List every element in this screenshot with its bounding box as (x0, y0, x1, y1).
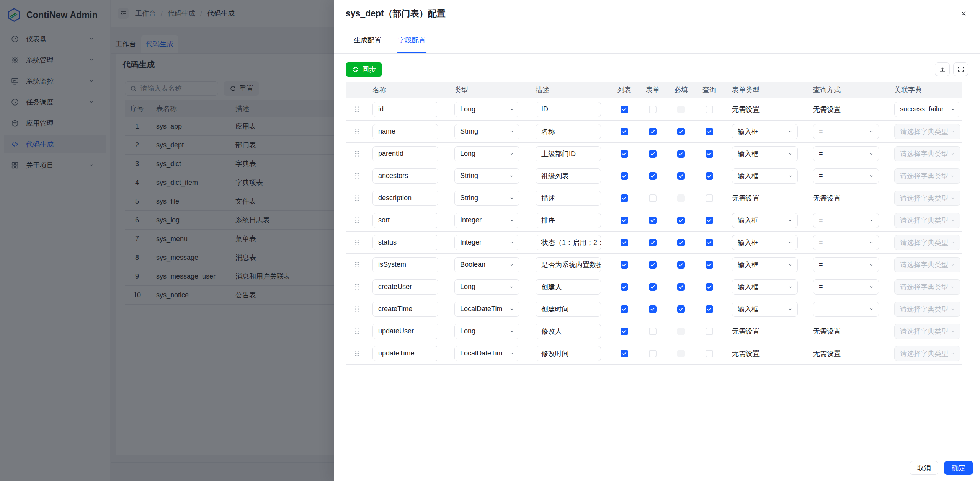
query-type-select[interactable]: = (813, 279, 879, 295)
form-type-select[interactable]: 输入框 (732, 124, 798, 139)
field-name-input[interactable]: updateUser (372, 324, 438, 339)
field-desc-input[interactable]: 祖级列表 (536, 168, 601, 184)
field-name-input[interactable]: parentId (372, 146, 438, 161)
checkbox-query[interactable] (706, 328, 713, 335)
field-name-input[interactable]: isSystem (372, 257, 438, 272)
field-desc-input[interactable]: 名称 (536, 124, 601, 139)
field-name-input[interactable]: sort (372, 213, 438, 228)
field-type-select[interactable]: String (454, 168, 519, 184)
field-name-input[interactable]: description (372, 191, 438, 206)
checkbox-form[interactable] (649, 239, 657, 246)
field-type-select[interactable]: LocalDateTim (454, 302, 519, 317)
field-name-input[interactable]: name (372, 124, 438, 139)
checkbox-list[interactable] (621, 283, 628, 291)
field-name-input[interactable]: updateTime (372, 346, 438, 361)
field-type-select[interactable]: Long (454, 324, 519, 339)
checkbox-form[interactable] (649, 305, 657, 313)
form-type-select[interactable]: 输入框 (732, 146, 798, 161)
field-type-select[interactable]: Boolean (454, 257, 519, 272)
drag-handle[interactable] (346, 283, 372, 290)
checkbox-form[interactable] (649, 261, 657, 269)
drag-handle[interactable] (346, 350, 372, 357)
checkbox-form[interactable] (649, 128, 657, 135)
field-type-select[interactable]: String (454, 191, 519, 206)
checkbox-list[interactable] (621, 217, 628, 224)
checkbox-list[interactable] (621, 239, 628, 246)
drag-handle[interactable] (346, 217, 372, 224)
checkbox-form[interactable] (649, 194, 657, 202)
field-desc-input[interactable]: 创建人 (536, 279, 601, 295)
drag-handle[interactable] (346, 150, 372, 157)
checkbox-list[interactable] (621, 350, 628, 357)
query-type-select[interactable]: = (813, 257, 879, 272)
field-desc-input[interactable]: 状态（1：启用；2： (536, 235, 601, 250)
drag-handle[interactable] (346, 128, 372, 135)
form-type-select[interactable]: 输入框 (732, 235, 798, 250)
cancel-button[interactable]: 取消 (910, 461, 938, 475)
checkbox-required[interactable] (677, 217, 685, 224)
field-name-input[interactable]: id (372, 102, 438, 117)
confirm-button[interactable]: 确定 (944, 461, 973, 475)
checkbox-required[interactable] (677, 239, 685, 246)
checkbox-required[interactable] (677, 283, 685, 291)
field-desc-input[interactable]: 上级部门ID (536, 146, 601, 161)
query-type-select[interactable]: = (813, 302, 879, 317)
field-desc-input[interactable]: ID (536, 102, 601, 117)
form-type-select[interactable]: 输入框 (732, 302, 798, 317)
drawer-mask[interactable] (0, 0, 334, 481)
drag-handle[interactable] (346, 106, 372, 113)
fullscreen-button[interactable] (953, 62, 968, 76)
field-type-select[interactable]: Integer (454, 213, 519, 228)
field-desc-input[interactable]: 排序 (536, 213, 601, 228)
field-type-select[interactable]: Long (454, 279, 519, 295)
field-desc-input[interactable]: 描述 (536, 191, 601, 206)
query-type-select[interactable]: = (813, 213, 879, 228)
drag-handle[interactable] (346, 239, 372, 246)
checkbox-form[interactable] (649, 350, 657, 357)
checkbox-list[interactable] (621, 194, 628, 202)
query-type-select[interactable]: = (813, 168, 879, 184)
checkbox-query[interactable] (706, 305, 713, 313)
form-type-select[interactable]: 输入框 (732, 257, 798, 272)
drag-handle[interactable] (346, 194, 372, 202)
field-desc-input[interactable]: 是否为系统内置数据 (536, 257, 601, 272)
field-name-input[interactable]: createUser (372, 279, 438, 295)
checkbox-list[interactable] (621, 305, 628, 313)
checkbox-form[interactable] (649, 283, 657, 291)
drag-handle[interactable] (346, 305, 372, 313)
checkbox-form[interactable] (649, 106, 657, 113)
checkbox-query[interactable] (706, 150, 713, 158)
checkbox-required[interactable] (677, 172, 685, 180)
field-desc-input[interactable]: 修改时间 (536, 346, 601, 361)
checkbox-query[interactable] (706, 194, 713, 202)
checkbox-required[interactable] (677, 128, 685, 135)
checkbox-required[interactable] (677, 305, 685, 313)
checkbox-list[interactable] (621, 106, 628, 113)
checkbox-form[interactable] (649, 172, 657, 180)
field-type-select[interactable]: Integer (454, 235, 519, 250)
checkbox-query[interactable] (706, 217, 713, 224)
checkbox-list[interactable] (621, 128, 628, 135)
checkbox-query[interactable] (706, 283, 713, 291)
drag-handle[interactable] (346, 172, 372, 179)
field-type-select[interactable]: Long (454, 102, 519, 117)
field-name-input[interactable]: createTime (372, 302, 438, 317)
form-type-select[interactable]: 输入框 (732, 279, 798, 295)
tab-generate-config[interactable]: 生成配置 (353, 27, 382, 53)
query-type-select[interactable]: = (813, 124, 879, 139)
tab-field-config[interactable]: 字段配置 (397, 27, 426, 53)
field-type-select[interactable]: Long (454, 146, 519, 161)
row-height-button[interactable] (935, 62, 950, 76)
checkbox-query[interactable] (706, 350, 713, 357)
checkbox-query[interactable] (706, 128, 713, 135)
query-type-select[interactable]: = (813, 146, 879, 161)
checkbox-form[interactable] (649, 328, 657, 335)
checkbox-form[interactable] (649, 217, 657, 224)
drag-handle[interactable] (346, 328, 372, 335)
checkbox-list[interactable] (621, 172, 628, 180)
field-name-input[interactable]: status (372, 235, 438, 250)
query-type-select[interactable]: = (813, 235, 879, 250)
field-type-select[interactable]: LocalDateTim (454, 346, 519, 361)
checkbox-list[interactable] (621, 261, 628, 269)
form-type-select[interactable]: 输入框 (732, 213, 798, 228)
